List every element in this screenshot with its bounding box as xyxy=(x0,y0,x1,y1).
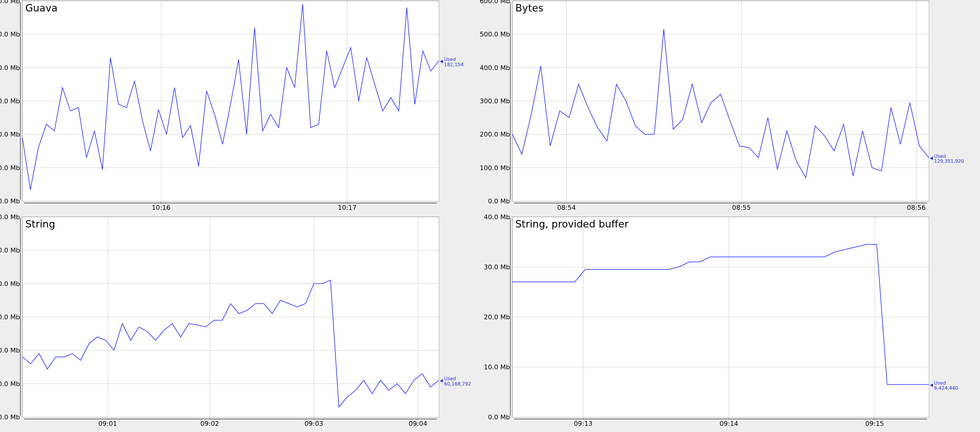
y-tick-label: 300.0 Mb xyxy=(0,213,20,221)
series-line xyxy=(22,280,439,407)
used-marker: Used6,424,440 xyxy=(934,381,958,391)
marker-arrow-icon xyxy=(930,383,933,387)
y-tick-label: 10.0 Mb xyxy=(484,364,510,371)
y-tick-label: 250.0 Mb xyxy=(0,30,20,38)
marker-arrow-icon xyxy=(440,60,443,63)
y-tick-label: 0.0 Mb xyxy=(0,413,20,421)
panel-guava: Guava0.0 Mb50.0 Mb100.0 Mb150.0 Mb200.0 … xyxy=(0,0,490,216)
plot-frame: String, provided buffer0.0 Mb10.0 Mb20.0… xyxy=(512,217,929,417)
x-tick-label: 09:01 xyxy=(98,420,117,427)
y-tick-label: 100.0 Mb xyxy=(0,347,20,354)
marker-label: Used xyxy=(934,381,958,386)
y-tick-label: 50.0 Mb xyxy=(0,164,20,171)
series-line xyxy=(512,245,929,384)
panel-bytes: Bytes0.0 Mb100.0 Mb200.0 Mb300.0 Mb400.0… xyxy=(490,0,980,216)
y-axis-bar xyxy=(510,218,511,416)
x-tick-label: 10:17 xyxy=(338,204,356,211)
y-tick-label: 300.0 Mb xyxy=(480,97,510,105)
x-tick-label: 09:03 xyxy=(305,420,323,427)
x-tick-label: 08:54 xyxy=(557,204,576,211)
marker-value: 60,168,792 xyxy=(444,381,471,387)
x-axis-bar xyxy=(24,419,437,419)
used-marker: Used129,351,920 xyxy=(934,154,964,164)
y-tick-label: 0.0 Mb xyxy=(488,197,510,205)
marker-label: Used xyxy=(934,154,964,159)
y-tick-label: 500.0 Mb xyxy=(480,30,510,38)
y-tick-label: 150.0 Mb xyxy=(0,313,20,321)
x-tick-label: 09:13 xyxy=(574,420,592,427)
marker-arrow-icon xyxy=(930,157,933,160)
chart-grid: Guava0.0 Mb50.0 Mb100.0 Mb150.0 Mb200.0 … xyxy=(0,0,980,432)
y-tick-label: 150.0 Mb xyxy=(0,97,20,105)
y-tick-label: 250.0 Mb xyxy=(0,246,20,254)
y-tick-label: 600.0 Mb xyxy=(480,0,510,5)
y-tick-label: 300.0 Mb xyxy=(0,0,20,5)
y-tick-label: 100.0 Mb xyxy=(480,164,510,171)
x-tick-label: 09:15 xyxy=(865,420,884,427)
y-tick-label: 40.0 Mb xyxy=(484,213,510,221)
used-marker: Used182,154 xyxy=(444,57,463,67)
y-axis-bar xyxy=(20,2,21,200)
x-axis-bar xyxy=(514,203,927,203)
y-tick-label: 200.0 Mb xyxy=(0,64,20,71)
plot-svg xyxy=(512,217,929,417)
y-tick-label: 400.0 Mb xyxy=(480,64,510,71)
x-axis-bar xyxy=(514,419,927,419)
marker-value: 6,424,440 xyxy=(934,386,958,391)
panel-string-buffer: String, provided buffer0.0 Mb10.0 Mb20.0… xyxy=(490,216,980,432)
used-marker: Used60,168,792 xyxy=(444,376,471,386)
y-axis-bar xyxy=(20,218,21,416)
marker-arrow-icon xyxy=(440,379,443,383)
series-line xyxy=(512,29,929,178)
y-axis-bar xyxy=(510,2,511,200)
y-tick-label: 100.0 Mb xyxy=(0,131,20,138)
plot-frame: String0.0 Mb50.0 Mb100.0 Mb150.0 Mb200.0… xyxy=(22,217,439,417)
marker-label: Used xyxy=(444,376,471,381)
y-tick-label: 200.0 Mb xyxy=(480,131,510,138)
plot-frame: Bytes0.0 Mb100.0 Mb200.0 Mb300.0 Mb400.0… xyxy=(512,1,929,201)
panel-string: String0.0 Mb50.0 Mb100.0 Mb150.0 Mb200.0… xyxy=(0,216,490,432)
series-line xyxy=(22,4,439,189)
plot-svg xyxy=(22,1,439,201)
marker-label: Used xyxy=(444,57,463,62)
marker-value: 182,154 xyxy=(444,62,463,67)
y-tick-label: 0.0 Mb xyxy=(0,197,20,205)
y-tick-label: 30.0 Mb xyxy=(484,264,510,271)
x-tick-label: 09:14 xyxy=(719,420,738,427)
marker-value: 129,351,920 xyxy=(934,159,964,164)
y-tick-label: 0.0 Mb xyxy=(488,413,510,421)
plot-frame: Guava0.0 Mb50.0 Mb100.0 Mb150.0 Mb200.0 … xyxy=(22,1,439,201)
x-axis-bar xyxy=(24,203,437,203)
y-tick-label: 200.0 Mb xyxy=(0,280,20,287)
y-tick-label: 50.0 Mb xyxy=(0,380,20,387)
y-tick-label: 20.0 Mb xyxy=(484,313,510,321)
x-tick-label: 08:56 xyxy=(907,204,926,211)
x-tick-label: 08:55 xyxy=(732,204,751,211)
plot-svg xyxy=(22,217,439,417)
x-tick-label: 10:16 xyxy=(151,204,170,211)
plot-svg xyxy=(512,1,929,201)
x-tick-label: 09:02 xyxy=(200,420,219,427)
x-tick-label: 09:04 xyxy=(409,420,427,427)
